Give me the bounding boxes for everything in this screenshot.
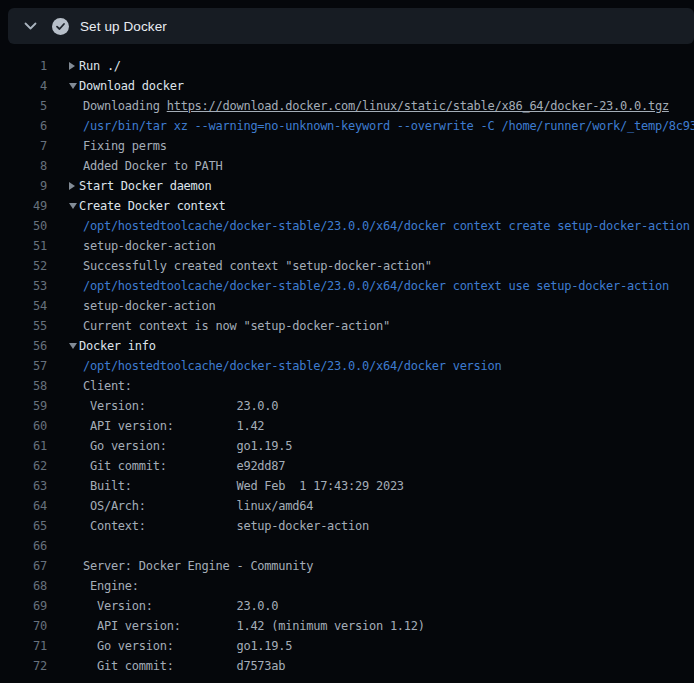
line-number[interactable]: 64	[0, 496, 47, 516]
line-number[interactable]: 68	[0, 576, 47, 596]
line-number[interactable]: 72	[0, 656, 47, 676]
log-line: 57/opt/hostedtoolcache/docker-stable/23.…	[0, 356, 694, 376]
triangle-down-icon[interactable]	[69, 83, 77, 89]
log-text: API version: 1.42 (minimum version 1.12)	[83, 616, 425, 636]
log-text: setup-docker-action	[83, 236, 216, 256]
triangle-down-icon[interactable]	[69, 203, 77, 209]
log-line: 54setup-docker-action	[0, 296, 694, 316]
log-line: 7Fixing perms	[0, 136, 694, 156]
line-number[interactable]: 9	[0, 176, 47, 196]
step-title: Set up Docker	[80, 19, 167, 34]
line-number[interactable]: 57	[0, 356, 47, 376]
line-number[interactable]: 69	[0, 596, 47, 616]
line-number[interactable]: 63	[0, 476, 47, 496]
line-number[interactable]: 7	[0, 136, 47, 156]
log-text: Context: setup-docker-action	[83, 516, 369, 536]
log-text: Built: Wed Feb 1 17:43:29 2023	[83, 476, 404, 496]
line-number[interactable]: 4	[0, 76, 47, 96]
log-group-row[interactable]: 1Run ./	[0, 56, 694, 76]
line-number[interactable]: 70	[0, 616, 47, 636]
group-title: Run ./	[79, 56, 121, 76]
log-line: 65 Context: setup-docker-action	[0, 516, 694, 536]
log-text: API version: 1.42	[83, 416, 264, 436]
log-group-row[interactable]: 56Docker info	[0, 336, 694, 356]
log-text: setup-docker-action	[83, 296, 216, 316]
chevron-down-icon[interactable]	[24, 22, 37, 31]
line-number[interactable]: 55	[0, 316, 47, 336]
log-line: 62 Git commit: e92dd87	[0, 456, 694, 476]
log-text: Fixing perms	[83, 136, 167, 156]
line-number[interactable]: 60	[0, 416, 47, 436]
log-line: 50/opt/hostedtoolcache/docker-stable/23.…	[0, 216, 694, 236]
line-number[interactable]: 71	[0, 636, 47, 656]
group-title: Start Docker daemon	[79, 176, 212, 196]
log-text: Added Docker to PATH	[83, 156, 223, 176]
log-line: 63 Built: Wed Feb 1 17:43:29 2023	[0, 476, 694, 496]
log-line: 60 API version: 1.42	[0, 416, 694, 436]
line-number[interactable]: 56	[0, 336, 47, 356]
line-number[interactable]: 6	[0, 116, 47, 136]
log-text: Go version: go1.19.5	[83, 436, 292, 456]
log-line: 51setup-docker-action	[0, 236, 694, 256]
line-number[interactable]: 54	[0, 296, 47, 316]
log-line: 66	[0, 536, 694, 556]
line-number[interactable]: 50	[0, 216, 47, 236]
log-text: Go version: go1.19.5	[83, 636, 292, 656]
group-title: Create Docker context	[79, 196, 225, 216]
log-text: Git commit: e92dd87	[83, 456, 285, 476]
log-text: Client:	[83, 376, 132, 396]
log-command: /opt/hostedtoolcache/docker-stable/23.0.…	[83, 216, 690, 236]
log-command: /opt/hostedtoolcache/docker-stable/23.0.…	[83, 276, 669, 296]
log-line: 67Server: Docker Engine - Community	[0, 556, 694, 576]
line-number[interactable]: 61	[0, 436, 47, 456]
log-text: Current context is now "setup-docker-act…	[83, 316, 390, 336]
line-number[interactable]: 5	[0, 96, 47, 116]
triangle-right-icon[interactable]	[69, 182, 75, 190]
line-number[interactable]: 53	[0, 276, 47, 296]
group-title: Docker info	[79, 336, 156, 356]
log-line: 71 Go version: go1.19.5	[0, 636, 694, 656]
log-line: 70 API version: 1.42 (minimum version 1.…	[0, 616, 694, 636]
log-line: 52Successfully created context "setup-do…	[0, 256, 694, 276]
log-line: 68 Engine:	[0, 576, 694, 596]
line-number[interactable]: 1	[0, 56, 47, 76]
line-number[interactable]: 58	[0, 376, 47, 396]
log-text: Git commit: d7573ab	[83, 656, 285, 676]
line-number[interactable]: 59	[0, 396, 47, 416]
triangle-down-icon[interactable]	[69, 343, 77, 349]
log-line: 59 Version: 23.0.0	[0, 396, 694, 416]
log-text: Successfully created context "setup-dock…	[83, 256, 432, 276]
log-command: /opt/hostedtoolcache/docker-stable/23.0.…	[83, 356, 501, 376]
check-circle-icon	[52, 18, 69, 35]
log-line: 72 Git commit: d7573ab	[0, 656, 694, 676]
log-line: 5Downloading https://download.docker.com…	[0, 96, 694, 116]
line-number[interactable]: 51	[0, 236, 47, 256]
log-group-row[interactable]: 9Start Docker daemon	[0, 176, 694, 196]
group-title: Download docker	[79, 76, 184, 96]
log-link[interactable]: https://download.docker.com/linux/static…	[167, 99, 669, 113]
triangle-right-icon[interactable]	[69, 62, 75, 70]
line-number[interactable]: 62	[0, 456, 47, 476]
log-text-part: Downloading	[83, 99, 167, 113]
line-number[interactable]: 67	[0, 556, 47, 576]
line-number[interactable]: 52	[0, 256, 47, 276]
log-line: 61 Go version: go1.19.5	[0, 436, 694, 456]
log-line: 8Added Docker to PATH	[0, 156, 694, 176]
log-text: Engine:	[83, 576, 139, 596]
log-group-row[interactable]: 4Download docker	[0, 76, 694, 96]
log-line: 6/usr/bin/tar xz --warning=no-unknown-ke…	[0, 116, 694, 136]
log-line: 64 OS/Arch: linux/amd64	[0, 496, 694, 516]
log-text: Downloading https://download.docker.com/…	[83, 96, 669, 116]
log-line: 58Client:	[0, 376, 694, 396]
line-number[interactable]: 65	[0, 516, 47, 536]
step-header-set-up-docker[interactable]: Set up Docker	[8, 8, 694, 44]
log-line: 53/opt/hostedtoolcache/docker-stable/23.…	[0, 276, 694, 296]
log-group-row[interactable]: 49Create Docker context	[0, 196, 694, 216]
log-text: Version: 23.0.0	[83, 396, 278, 416]
line-number[interactable]: 49	[0, 196, 47, 216]
log-lines: 1Run ./4Download docker5Downloading http…	[0, 56, 694, 676]
log-command: /usr/bin/tar xz --warning=no-unknown-key…	[83, 116, 694, 136]
line-number[interactable]: 66	[0, 536, 47, 556]
line-number[interactable]: 8	[0, 156, 47, 176]
log-line: 69 Version: 23.0.0	[0, 596, 694, 616]
